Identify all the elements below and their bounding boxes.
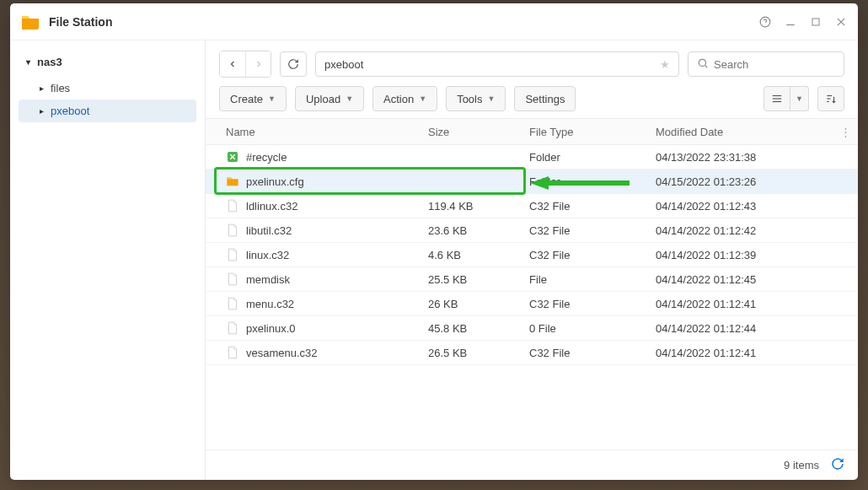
file-name: linux.c32: [246, 249, 289, 261]
sidebar: ▾ nas3 ▸files▸pxeboot: [10, 40, 206, 480]
file-name: menu.c32: [246, 298, 294, 310]
path-text: pxeboot: [324, 58, 660, 71]
file-modified: 04/14/2022 01:12:41: [649, 347, 833, 359]
action-button[interactable]: Action▼: [372, 86, 437, 111]
caret-icon: ▼: [419, 94, 426, 103]
app-icon: [20, 12, 40, 32]
file-type: Folder: [522, 175, 649, 188]
file-icon: [226, 321, 239, 335]
upload-button[interactable]: Upload▼: [295, 86, 364, 111]
file-modified: 04/14/2022 01:12:44: [649, 322, 833, 335]
table-row[interactable]: pxelinux.045.8 KB0 File04/14/2022 01:12:…: [206, 316, 858, 341]
app-title: File Station: [49, 15, 758, 29]
caret-right-icon: ▸: [37, 106, 46, 116]
col-size[interactable]: Size: [421, 126, 522, 138]
table-row[interactable]: ldlinux.c32119.4 KBC32 File04/14/2022 01…: [206, 194, 858, 218]
favorite-icon[interactable]: ★: [660, 58, 670, 71]
file-modified: 04/14/2022 01:12:45: [649, 273, 833, 286]
file-size: 45.8 KB: [421, 322, 522, 335]
file-modified: 04/15/2022 01:23:26: [649, 175, 833, 188]
tree-root[interactable]: ▾ nas3: [19, 52, 196, 72]
file-modified: 04/14/2022 01:12:41: [649, 298, 833, 310]
file-type: Folder: [522, 151, 649, 164]
tree-root-label: nas3: [37, 56, 62, 68]
file-size: 4.6 KB: [421, 249, 522, 261]
window-controls: [758, 15, 848, 29]
file-icon: [226, 297, 239, 310]
file-modified: 04/14/2022 01:12:39: [649, 249, 833, 261]
file-name: vesamenu.c32: [246, 347, 318, 359]
search-input[interactable]: [714, 58, 855, 71]
file-name: pxelinux.0: [246, 322, 296, 335]
table-header: Name Size File Type Modified Date ⋮: [206, 118, 858, 145]
file-type: File: [522, 273, 649, 286]
forward-button[interactable]: [245, 51, 271, 77]
file-name: ldlinux.c32: [246, 200, 297, 213]
file-modified: 04/13/2022 23:31:38: [649, 151, 833, 164]
file-type: 0 File: [522, 322, 649, 335]
nav-buttons: [219, 51, 271, 78]
col-options[interactable]: ⋮: [833, 126, 858, 138]
sidebar-item-files[interactable]: ▸files: [19, 77, 196, 100]
file-modified: 04/14/2022 01:12:42: [649, 224, 833, 237]
caret-down-icon: ▾: [24, 57, 32, 67]
minimize-button[interactable]: [784, 15, 797, 29]
refresh-button[interactable]: [831, 457, 844, 473]
svg-point-6: [699, 59, 705, 66]
search-icon: [697, 57, 709, 72]
caret-icon: ▼: [346, 94, 353, 103]
file-type: C32 File: [522, 249, 649, 261]
caret-icon: ▼: [268, 94, 276, 103]
table-row[interactable]: linux.c324.6 KBC32 File04/14/2022 01:12:…: [206, 243, 858, 267]
tools-button[interactable]: Tools▼: [446, 86, 506, 111]
maximize-button[interactable]: [809, 15, 822, 29]
table-row[interactable]: pxelinux.cfgFolder04/15/2022 01:23:26: [206, 170, 858, 194]
sort-button[interactable]: [817, 86, 844, 111]
sidebar-item-pxeboot[interactable]: ▸pxeboot: [19, 100, 196, 122]
file-name: pxelinux.cfg: [246, 175, 304, 188]
file-size: 23.6 KB: [421, 224, 522, 237]
svg-rect-3: [812, 19, 819, 25]
table-row[interactable]: menu.c3226 KBC32 File04/14/2022 01:12:41: [206, 292, 858, 316]
view-list-button[interactable]: [764, 86, 790, 111]
file-size: 26 KB: [421, 298, 522, 310]
file-name: memdisk: [246, 273, 290, 286]
col-mod[interactable]: Modified Date: [649, 126, 833, 138]
recycle-icon: [226, 150, 239, 164]
close-button[interactable]: [834, 15, 848, 29]
col-type[interactable]: File Type: [522, 126, 649, 138]
folder-icon: [226, 175, 239, 188]
caret-icon: ▼: [488, 94, 496, 103]
file-icon: [226, 223, 239, 237]
path-input[interactable]: pxeboot ★: [315, 51, 679, 77]
back-button[interactable]: [220, 51, 245, 77]
file-type: C32 File: [522, 224, 649, 237]
file-icon: [226, 272, 239, 286]
view-dropdown-button[interactable]: ▼: [790, 86, 809, 111]
file-icon: [226, 248, 239, 261]
create-button[interactable]: Create▼: [219, 86, 287, 111]
file-type: C32 File: [522, 298, 649, 310]
toolbar: pxeboot ★ Create▼ Upload▼ Action▼ Tools▼…: [206, 40, 858, 118]
file-size: 26.5 KB: [421, 347, 522, 359]
file-type: C32 File: [522, 347, 649, 359]
settings-button[interactable]: Settings: [514, 86, 576, 111]
titlebar: File Station: [10, 3, 858, 40]
table-row[interactable]: memdisk25.5 KBFile04/14/2022 01:12:45: [206, 267, 858, 292]
table-row[interactable]: vesamenu.c3226.5 KBC32 File04/14/2022 01…: [206, 341, 858, 365]
file-table: Name Size File Type Modified Date ⋮ #rec…: [206, 118, 858, 450]
col-name[interactable]: Name: [219, 126, 421, 138]
sidebar-item-label: pxeboot: [51, 105, 89, 117]
file-icon: [226, 346, 239, 359]
main-panel: pxeboot ★ Create▼ Upload▼ Action▼ Tools▼…: [206, 40, 858, 480]
table-row[interactable]: #recycleFolder04/13/2022 23:31:38: [206, 145, 858, 170]
search-box[interactable]: [688, 51, 844, 77]
sidebar-item-label: files: [51, 82, 70, 94]
reload-button[interactable]: [280, 51, 307, 77]
help-button[interactable]: [758, 15, 772, 29]
table-row[interactable]: libutil.c3223.6 KBC32 File04/14/2022 01:…: [206, 218, 858, 243]
file-name: #recycle: [246, 151, 287, 164]
file-modified: 04/14/2022 01:12:43: [649, 200, 833, 213]
file-name: libutil.c32: [246, 224, 292, 237]
svg-line-7: [705, 65, 708, 67]
